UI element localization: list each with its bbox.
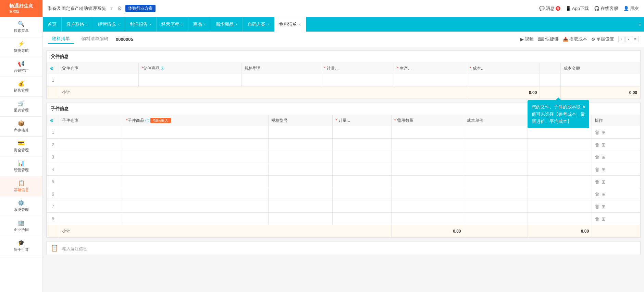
child-goods-5[interactable] [123,176,269,188]
tab-bom[interactable]: 物料清单 × [274,17,306,32]
tab-goods[interactable]: 商品 × [188,17,211,32]
prev-arrow[interactable]: ‹ [618,36,624,42]
child-unit-cost-4[interactable] [464,163,528,176]
next-arrow[interactable]: › [625,36,631,42]
child-spec-8[interactable] [269,213,333,225]
child-qty-7[interactable] [391,200,464,213]
tab-home[interactable]: 首页 [43,17,62,32]
child-cost-amount-6[interactable] [528,188,592,200]
sidebar-item-marketing[interactable]: 📢 营销推广 [0,57,42,77]
delete-icon-1[interactable]: 🗑 [595,130,599,135]
child-unit-cost-7[interactable] [464,200,528,213]
tab-operation[interactable]: 经营情况 × [93,17,125,32]
child-qty-6[interactable] [391,188,464,200]
tab-profit[interactable]: 利润报告 × [125,17,157,32]
child-qty-3[interactable] [391,151,464,163]
tab-new-goods[interactable]: 新增商品 × [211,17,243,32]
settings-icon-parent[interactable]: ⚙ [50,66,54,71]
parent-cell-spec-1[interactable] [242,74,321,86]
extract-cost-btn[interactable]: 📥 提取成本 [563,36,587,42]
tooltip-close[interactable]: × [582,104,585,111]
child-warehouse-7[interactable] [59,200,123,213]
child-unit-4[interactable] [333,163,392,176]
child-goods-7[interactable] [123,200,269,213]
sidebar-item-quicknav[interactable]: ⚡ 快捷导航 [0,37,42,57]
child-goods-4[interactable] [123,163,269,176]
parent-cell-cost-1[interactable] [467,74,540,86]
tab-close-barcode[interactable]: × [267,22,269,26]
child-goods-2[interactable] [123,139,269,151]
experience-btn[interactable]: 体验行业方案 [125,5,156,12]
child-spec-1[interactable] [269,126,333,139]
child-warehouse-2[interactable] [59,139,123,151]
copy-icon-1[interactable]: ⊞ [602,130,606,135]
close-all-tabs[interactable]: × [636,22,644,27]
copy-icon-5[interactable]: ⊞ [602,179,606,185]
delete-icon-7[interactable]: 🗑 [595,204,599,209]
child-warehouse-5[interactable] [59,176,123,188]
child-cost-amount-8[interactable] [528,213,592,225]
child-unit-cost-5[interactable] [464,176,528,188]
child-cost-amount-4[interactable] [528,163,592,176]
child-warehouse-4[interactable] [59,163,123,176]
child-warehouse-8[interactable] [59,213,123,225]
delete-icon-4[interactable]: 🗑 [595,167,599,172]
parent-cell-warehouse-1[interactable] [59,74,139,86]
child-unit-cost-3[interactable] [464,151,528,163]
video-btn[interactable]: ▶ 视频 [520,36,534,42]
child-unit-5[interactable] [333,176,392,188]
parent-cell-goods-1[interactable] [138,74,242,86]
copy-icon-8[interactable]: ⊞ [602,216,606,222]
sidebar-item-sales[interactable]: 💰 销售管理 [0,77,42,97]
delete-icon-2[interactable]: 🗑 [595,142,599,148]
child-cost-amount-7[interactable] [528,200,592,213]
child-cost-amount-5[interactable] [528,176,592,188]
child-warehouse-1[interactable] [59,126,123,139]
parent-cell-production-1[interactable] [394,74,467,86]
tab-close-bom[interactable]: × [299,22,301,26]
parent-cell-unit-1[interactable] [321,74,394,86]
child-cost-amount-3[interactable] [528,151,592,163]
child-goods-3[interactable] [123,151,269,163]
child-spec-3[interactable] [269,151,333,163]
tab-close-client[interactable]: × [86,22,88,26]
tab-close-goods[interactable]: × [204,22,206,26]
copy-icon-2[interactable]: ⊞ [602,142,606,148]
settings-icon-child[interactable]: ⚙ [50,118,54,123]
child-unit-cost-1[interactable] [464,126,528,139]
delete-icon-6[interactable]: 🗑 [595,191,599,197]
child-unit-6[interactable] [333,188,392,200]
sidebar-item-search[interactable]: 🔍 搜索菜单 [0,17,42,37]
sidebar-item-business[interactable]: 📊 经营管理 [0,156,42,176]
child-unit-cost-2[interactable] [464,139,528,151]
shortcut-btn[interactable]: ⌨ 快捷键 [538,36,559,42]
user-btn[interactable]: 👤 用友 [623,5,639,12]
child-unit-cost-6[interactable] [464,188,528,200]
tab-client[interactable]: 客户联络 × [62,17,93,32]
sub-tab-list[interactable]: 物料清单 [48,34,74,44]
child-cost-amount-2[interactable] [528,139,592,151]
child-qty-8[interactable] [391,213,464,225]
delete-icon-8[interactable]: 🗑 [595,216,599,222]
child-goods-1[interactable] [123,126,269,139]
delete-icon-3[interactable]: 🗑 [595,154,599,160]
child-qty-1[interactable] [391,126,464,139]
child-goods-8[interactable] [123,213,269,225]
child-goods-6[interactable] [123,188,269,200]
sidebar-item-finance[interactable]: 💳 资金管理 [0,137,42,156]
child-qty-2[interactable] [391,139,464,151]
child-spec-7[interactable] [269,200,333,213]
child-unit-8[interactable] [333,213,392,225]
tab-history[interactable]: 经营历程 × [157,17,188,32]
tab-close-profit[interactable]: × [149,22,151,26]
sidebar-item-system[interactable]: ⚙️ 系统管理 [0,196,42,216]
list-view-btn[interactable]: ≡ [632,36,639,42]
sidebar-item-guide[interactable]: 🎓 新手引导 [0,236,42,256]
parent-cell-sort-1[interactable] [540,74,561,86]
child-unit-cost-8[interactable] [464,213,528,225]
online-service-btn[interactable]: 🎧 在线客服 [594,5,618,12]
child-warehouse-6[interactable] [59,188,123,200]
tab-barcode[interactable]: 条码方案 × [243,17,274,32]
single-settings-btn[interactable]: ⚙ 单据设置 [591,36,614,42]
delete-icon-5[interactable]: 🗑 [595,179,599,185]
